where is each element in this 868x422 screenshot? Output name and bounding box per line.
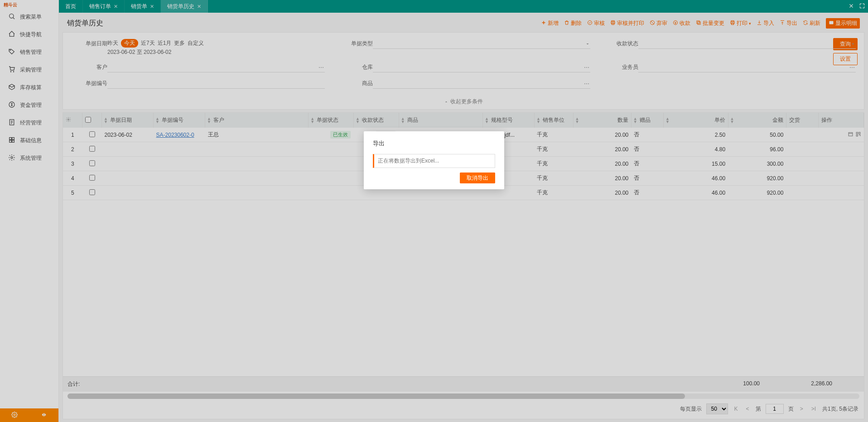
modal-title: 导出 — [373, 139, 495, 148]
export-modal: 导出 正在将数据导出到Excel... 取消导出 — [364, 131, 504, 189]
modal-overlay: 导出 正在将数据导出到Excel... 取消导出 — [0, 0, 868, 422]
modal-message: 正在将数据导出到Excel... — [373, 154, 495, 168]
cancel-export-button[interactable]: 取消导出 — [460, 173, 495, 183]
